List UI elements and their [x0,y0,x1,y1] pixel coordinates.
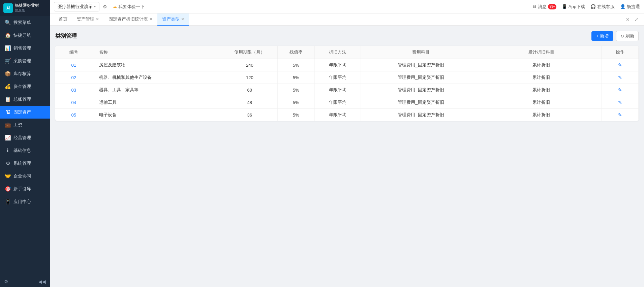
sidebar-icon-quick-nav: 🏠 [5,32,11,38]
app-selector[interactable]: 医疗器械行业演示 ▾ [54,2,99,11]
page-header: 类别管理 + 新增 ↻ 刷新 [55,31,639,41]
th-expense: 费用科目 [361,46,481,59]
edit-icon-3[interactable]: ✎ [618,100,622,105]
refresh-button[interactable]: ↻ 刷新 [616,31,639,41]
tab-asset-mgmt-close[interactable]: ✕ [96,17,99,22]
cell-no-2: 03 [55,84,92,96]
th-period: 使用期限（月） [222,46,277,59]
gear-icon[interactable]: ⚙ [103,4,107,9]
sidebar-label-funds: 资金管理 [13,84,31,90]
tab-home[interactable]: 首页 [54,13,72,26]
cell-method-1: 年限平均 [314,71,361,84]
sidebar-icon-sales: 📊 [5,45,11,51]
user-label: 畅捷通 [627,4,640,10]
collapse-icon[interactable]: ◀◀ [38,279,46,284]
sidebar-label-fixed-assets: 固定资产 [13,109,31,115]
tab-asset-mgmt-label: 资产管理 [77,16,94,22]
message-btn[interactable]: 🖥 消息 99+ [532,4,556,10]
cell-period-1: 120 [222,71,277,84]
sidebar-item-apps[interactable]: 📱 应用中心 [0,195,50,208]
sidebar-item-inventory[interactable]: 📦 库存核算 [0,67,50,80]
tab-depreciation[interactable]: 固定资产折旧统计表 ✕ [104,13,157,26]
tabs-bar: 首页 资产管理 ✕ 固定资产折旧统计表 ✕ 资产类型 ✕ ✕ ⤢ [50,13,644,26]
sidebar-label-salary: 工资 [13,122,22,128]
new-button[interactable]: + 新增 [591,31,613,41]
app-download-btn[interactable]: 📱 App下载 [562,4,585,10]
online-service-label: 在线客服 [597,4,615,10]
sidebar-item-quick-nav[interactable]: 🏠 快捷导航 [0,29,50,42]
cell-period-3: 48 [222,96,277,109]
row-no-link-4[interactable]: 05 [71,113,76,118]
settings-icon[interactable]: ⚙ [4,279,8,284]
tab-asset-type[interactable]: 资产类型 ✕ [157,13,189,26]
edit-icon-1[interactable]: ✎ [618,75,622,80]
th-residual: 残值率 [277,46,314,59]
cell-method-3: 年限平均 [314,96,361,109]
cell-ops-2: ✎ [602,84,639,96]
sidebar-icon-guide: 🎯 [5,186,11,192]
sidebar-item-purchase[interactable]: 🛒 采购管理 [0,55,50,67]
sidebar-item-fixed-assets[interactable]: 🏗 固定资产 [0,106,50,119]
tab-asset-type-close[interactable]: ✕ [181,17,184,22]
sidebar-item-basic-info[interactable]: ℹ 基础信息 [0,144,50,157]
sidebar-icon-ledger: 📋 [5,96,11,102]
page-actions: + 新增 ↻ 刷新 [591,31,639,41]
cell-accum-1: 累计折旧 [481,71,601,84]
sidebar-item-salary[interactable]: 💼 工资 [0,119,50,131]
tab-depreciation-close[interactable]: ✕ [149,17,153,22]
edit-icon-2[interactable]: ✎ [618,87,622,93]
experience-label: 我要体验一下 [118,4,145,10]
main-area: 医疗器械行业演示 ▾ ⚙ ☁ 我要体验一下 🖥 消息 99+ 📱 App下载 🎧… [50,0,644,287]
logo-text-block: 畅捷通好业财 普及版 [15,3,39,13]
close-tab-btn[interactable]: ✕ [624,16,631,23]
sidebar-item-sales[interactable]: 📊 销售管理 [0,42,50,55]
sidebar-item-operations[interactable]: 📈 经营管理 [0,131,50,144]
chevron-down-icon: ▾ [94,5,96,8]
row-no-link-1[interactable]: 02 [71,75,76,80]
sidebar-item-guide[interactable]: 🎯 新手引导 [0,183,50,195]
user-btn[interactable]: 👤 畅捷通 [620,4,640,10]
sidebar-item-search[interactable]: 🔍 搜索菜单 [0,16,50,29]
mobile-icon: 📱 [562,4,567,9]
cell-no-4: 05 [55,109,92,121]
sidebar-item-ledger[interactable]: 📋 总账管理 [0,93,50,106]
sidebar-icon-search: 🔍 [5,20,11,26]
tab-home-label: 首页 [59,16,67,22]
th-name: 名称 [92,46,222,59]
sidebar-icon-apps: 📱 [5,199,11,205]
row-no-link-0[interactable]: 01 [71,63,76,68]
sidebar-item-enterprise[interactable]: 🤝 企业协同 [0,170,50,183]
table-row: 03 器具、工具、家具等 60 5% 年限平均 管理费用_固定资产折旧 累计折旧… [55,84,639,96]
cell-ops-3: ✎ [602,96,639,109]
row-no-link-3[interactable]: 04 [71,100,76,105]
app-selector-label: 医疗器械行业演示 [58,4,93,10]
edit-icon-0[interactable]: ✎ [618,62,622,68]
cell-name-2: 器具、工具、家具等 [92,84,222,96]
topbar-right: 🖥 消息 99+ 📱 App下载 🎧 在线客服 👤 畅捷通 [532,4,640,10]
refresh-label: 刷新 [625,33,634,39]
cell-no-3: 04 [55,96,92,109]
cell-method-4: 年限平均 [314,109,361,121]
tab-asset-mgmt[interactable]: 资产管理 ✕ [72,13,104,26]
cell-period-2: 60 [222,84,277,96]
sidebar-logo: 财 畅捷通好业财 普及版 [0,0,50,16]
sidebar-item-system[interactable]: ⚙ 系统管理 [0,157,50,170]
cell-period-0: 240 [222,59,277,71]
cell-name-1: 机器、机械和其他生产设备 [92,71,222,84]
expand-tab-btn[interactable]: ⤢ [633,16,640,23]
experience-btn[interactable]: ☁ 我要体验一下 [113,4,145,10]
sidebar-item-funds[interactable]: 💰 资金管理 [0,80,50,93]
edit-icon-4[interactable]: ✎ [618,112,622,118]
category-table: 编号 名称 使用期限（月） 残值率 折旧方法 费用科目 累计折旧科目 操作 01… [55,46,639,121]
row-no-link-2[interactable]: 03 [71,88,76,93]
headset-icon: 🎧 [590,4,596,9]
cell-accum-0: 累计折旧 [481,59,601,71]
cell-residual-4: 5% [277,109,314,121]
sidebar-icon-fixed-assets: 🏗 [5,109,11,115]
cell-residual-2: 5% [277,84,314,96]
sidebar-icon-salary: 💼 [5,122,11,128]
sidebar-icon-system: ⚙ [5,160,11,166]
online-service-btn[interactable]: 🎧 在线客服 [590,4,615,10]
table-row: 01 房屋及建筑物 240 5% 年限平均 管理费用_固定资产折旧 累计折旧 ✎ [55,59,639,71]
sidebar-label-purchase: 采购管理 [13,58,31,64]
